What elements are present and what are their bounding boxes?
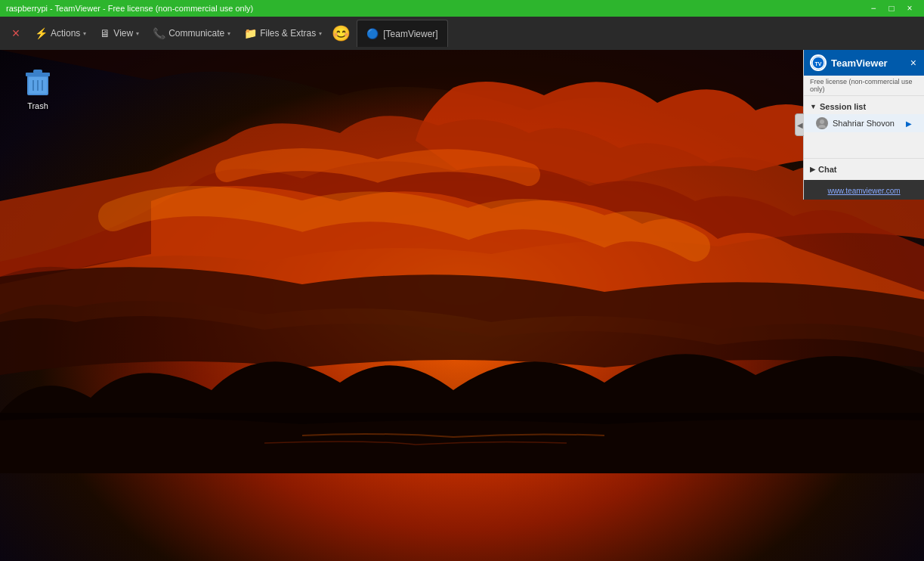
- tv-panel-close-button[interactable]: ×: [909, 57, 918, 69]
- close-icon: ×: [12, 26, 20, 42]
- tab-close-button[interactable]: ×: [5, 22, 27, 45]
- view-arrow: ▾: [136, 30, 139, 37]
- tv-session-item[interactable]: Shahriar Shovon ▶: [804, 114, 924, 132]
- files-icon: 📁: [244, 27, 257, 39]
- smiley-icon: 😊: [332, 24, 351, 42]
- tv-user-arrow-icon: ▶: [906, 119, 912, 128]
- tv-tab-icon: 🔵: [366, 28, 379, 39]
- communicate-arrow: ▾: [227, 30, 230, 37]
- tv-panel-header-left: TV TeamViewer: [810, 54, 888, 71]
- tv-panel-title: TeamViewer: [831, 57, 888, 69]
- files-arrow: ▾: [319, 30, 322, 37]
- view-icon: 🖥: [100, 27, 110, 39]
- smiley-button[interactable]: 😊: [329, 22, 352, 45]
- svg-point-11: [820, 119, 824, 124]
- actions-arrow: ▾: [83, 30, 86, 37]
- trash-label: Trash: [27, 101, 48, 110]
- minimize-button[interactable]: −: [865, 2, 882, 14]
- chat-label: Chat: [818, 165, 836, 174]
- tv-session-section: ▼ Session list Shahriar Shovon ▶: [804, 96, 924, 135]
- maximize-button[interactable]: □: [883, 2, 900, 14]
- window-close-button[interactable]: ×: [901, 2, 918, 14]
- actions-icon: ⚡: [35, 27, 48, 39]
- session-tab[interactable]: 🔵 [TeamViewer]: [357, 20, 447, 47]
- trash-icon-image: [23, 65, 53, 98]
- desktop: ⊞ ⤢ ▲ Trash ◀: [0, 50, 924, 561]
- trash-icon[interactable]: Trash: [15, 65, 60, 110]
- tv-footer-link[interactable]: www.teamviewer.com: [827, 187, 900, 195]
- teamviewer-logo: TV: [810, 54, 827, 71]
- session-triangle-icon: ▼: [810, 103, 817, 110]
- tv-chat-header[interactable]: ▶ Chat: [804, 162, 924, 177]
- user-icon: [816, 117, 828, 129]
- tv-license-notice: Free license (non-commercial use only): [804, 76, 924, 96]
- desktop-clouds: [0, 50, 924, 473]
- collapse-panel-icon: ◀: [797, 121, 803, 129]
- svg-rect-8: [33, 70, 42, 73]
- view-menu[interactable]: 🖥 View ▾: [94, 21, 145, 45]
- tv-panel-collapse-arrow[interactable]: ◀: [795, 113, 804, 136]
- files-menu[interactable]: 📁 Files & Extras ▾: [238, 21, 328, 45]
- tv-panel-header: TV TeamViewer ×: [804, 50, 924, 76]
- chat-triangle-icon: ▶: [810, 166, 815, 173]
- tv-panel: ◀ TV TeamViewer × Free license (non-comm…: [803, 50, 924, 200]
- communicate-icon: 📞: [153, 27, 165, 39]
- session-list-label: Session list: [820, 102, 866, 111]
- tv-footer: www.teamviewer.com: [804, 180, 924, 200]
- tv-chat-section: ▶ Chat: [804, 158, 924, 180]
- actions-menu[interactable]: ⚡ Actions ▾: [29, 21, 92, 45]
- tv-session-header[interactable]: ▼ Session list: [804, 99, 924, 114]
- svg-text:TV: TV: [815, 61, 822, 67]
- tab-label: [TeamViewer]: [383, 29, 437, 39]
- communicate-menu[interactable]: 📞 Communicate ▾: [147, 21, 236, 45]
- panel-spacer: [804, 135, 924, 158]
- toolbar: × ⚡ Actions ▾ 🖥 View ▾ 📞 Communicate ▾ 📁…: [0, 17, 924, 50]
- title-bar-text: raspberrypi - TeamViewer - Free license …: [6, 4, 865, 13]
- title-bar-controls: − □ ×: [865, 2, 918, 14]
- title-bar: raspberrypi - TeamViewer - Free license …: [0, 0, 924, 17]
- tv-user-name: Shahriar Shovon: [833, 119, 901, 128]
